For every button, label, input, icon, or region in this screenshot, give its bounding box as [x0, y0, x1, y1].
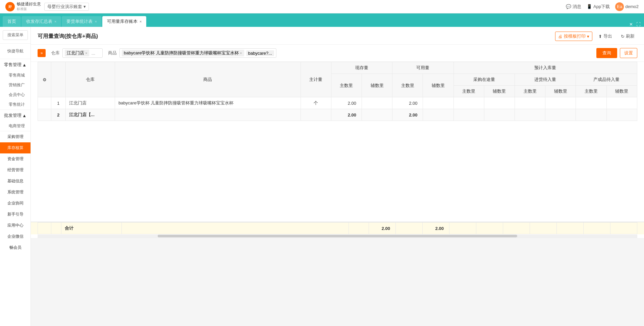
table-container: ⚙ 仓库 商品 主计量 现存量 可用量 预计入库量 主数里 辅数里 [31, 62, 644, 121]
query-button[interactable]: 查询 [596, 48, 617, 58]
tab-yaohuo-close[interactable]: × [95, 19, 97, 24]
sidebar-item-quicknav[interactable]: 快捷导航 [0, 46, 31, 56]
footer-unit [349, 223, 369, 234]
sidebar-item-purchase[interactable]: 采购管理 [0, 131, 31, 142]
message-item[interactable]: 💬 消息 [566, 4, 581, 10]
warehouse-dots[interactable]: ... [91, 50, 95, 56]
content-area: 可用量查询(按仓库+商品) 🖨 按模板打印 ▾ ⬆ 导出 ↻ 刷新 [31, 27, 644, 326]
filter-expand-button[interactable]: » [38, 49, 46, 57]
row1-purchase-main [453, 97, 484, 109]
sidebar-item-enterprise[interactable]: 企业协同 [0, 198, 31, 209]
col-index [51, 62, 66, 97]
avatar-initials: Ea [617, 4, 622, 9]
nav-right-controls: ✕ ⛶ [629, 22, 644, 27]
row1-index: 1 [51, 97, 66, 109]
product-tag-area[interactable]: babycare学饮杯 儿童防摔防撞吸管杯重力球吸嘴杯宝宝水杯 × babyca… [119, 48, 276, 58]
sidebar-item-marketing[interactable]: 营销推广 [0, 80, 31, 90]
footer-purchase-main [476, 223, 503, 234]
sidebar-item-finance[interactable]: 资金管理 [0, 153, 31, 165]
message-icon: 💬 [566, 4, 571, 9]
tab-shoufacun[interactable]: 收发存汇总表 × [21, 16, 61, 27]
tab-keyongliang-close[interactable]: × [140, 19, 142, 24]
sidebar-item-ecommerce[interactable]: 电商管理 [0, 121, 31, 131]
row1-avail-aux [423, 97, 453, 109]
sidebar-quick-nav: 快捷导航 [0, 44, 31, 59]
row1-stock-aux [362, 97, 392, 109]
avatar: Ea [615, 2, 624, 11]
page-actions: 🖨 按模板打印 ▾ ⬆ 导出 ↻ 刷新 [555, 32, 637, 41]
row1-settings [38, 97, 51, 109]
product-tag-1-close[interactable]: × [240, 51, 242, 55]
nav-tabs: 首页 收发存汇总表 × 要货单统计表 × 可用量库存账本 × ✕ ⛶ [0, 13, 644, 27]
row1-production-aux [606, 97, 637, 109]
row2-incoming-main [515, 109, 545, 121]
col-settings[interactable]: ⚙ [38, 62, 51, 97]
sidebar-item-basic-info[interactable]: 基础信息 [0, 176, 31, 187]
row2-production-main [576, 109, 606, 121]
sidebar-item-retail-mall[interactable]: 零售商城 [0, 71, 31, 80]
footer-stock-main: 2.00 [369, 223, 396, 234]
export-button[interactable]: ⬆ 导出 [596, 32, 615, 41]
tab-home-label: 首页 [7, 18, 16, 25]
sidebar-item-operations[interactable]: 经营管理 [0, 165, 31, 176]
footer-table: 合计 2.00 2.00 [38, 222, 637, 234]
row2-unit [301, 109, 331, 121]
sidebar-item-member[interactable]: 会员中心 [0, 90, 31, 100]
scrollbar-thumb[interactable] [158, 235, 518, 237]
sidebar-item-member2[interactable]: 畅会员 [0, 242, 31, 253]
sidebar-item-wechat[interactable]: 企业微信 [0, 231, 31, 242]
sidebar-item-inventory[interactable]: 库存核算 [0, 142, 31, 153]
tab-home[interactable]: 首页 [3, 16, 21, 27]
sidebar-section-wholesale-header[interactable]: 批发管理 ▲ [0, 110, 31, 121]
footer-production-main [584, 223, 610, 234]
footer-avail-main: 2.00 [423, 223, 449, 234]
row1-stock-main: 2.00 [331, 97, 362, 109]
warehouse-tag-close[interactable]: × [85, 51, 87, 55]
col-current-stock: 现存量 [331, 62, 392, 74]
sidebar-section-retail-header[interactable]: 零售管理 ▲ [0, 59, 31, 71]
refresh-button[interactable]: ↻ 刷新 [618, 32, 637, 41]
message-label: 消息 [573, 4, 581, 10]
footer-stock-aux [396, 223, 423, 234]
footer-production-aux [610, 223, 637, 234]
sidebar-item-appcenter[interactable]: 应用中心 [0, 220, 31, 231]
row1-avail-main: 2.00 [392, 97, 423, 109]
print-button[interactable]: 🖨 按模板打印 ▾ [555, 32, 592, 41]
col-purchase-aux: 辅数里 [484, 86, 515, 97]
table-row: 1 江北门店 babycare学饮杯 儿童防摔防撞吸管杯重力球吸嘴杯宝宝水杯 个… [38, 97, 637, 109]
data-table: ⚙ 仓库 商品 主计量 现存量 可用量 预计入库量 主数里 辅数里 [38, 62, 637, 121]
user-item[interactable]: Ea demo2 [615, 2, 639, 11]
maximize-icon[interactable]: ⛶ [636, 22, 641, 27]
sidebar-item-system[interactable]: 系统管理 [0, 187, 31, 198]
row2-avail-aux [423, 109, 453, 121]
logo-icon: 好 [5, 2, 15, 11]
search-menu-button[interactable]: 搜索菜单 [3, 30, 28, 40]
close-window-icon[interactable]: ✕ [629, 22, 633, 27]
sidebar-item-retail-stats[interactable]: 零售统计 [0, 100, 31, 109]
settings-button[interactable]: 设置 [620, 48, 637, 58]
sidebar-item-newguide[interactable]: 新手引导 [0, 209, 31, 220]
tab-shoufacun-close[interactable]: × [54, 19, 56, 24]
warehouse-filter-label: 仓库 [51, 50, 60, 56]
row2-index: 2 [51, 109, 66, 121]
col-purchase-main: 主数里 [453, 86, 484, 97]
product-tag-1-text: babycare学饮杯 儿童防摔防撞吸管杯重力球吸嘴杯宝宝水杯 [124, 50, 239, 56]
tab-yaohuo[interactable]: 要货单统计表 × [62, 16, 101, 27]
footer-avail-aux [449, 223, 476, 234]
app-icon: 📱 [587, 4, 592, 9]
app-download-item[interactable]: 📱 App下载 [587, 4, 610, 10]
export-icon: ⬆ [598, 34, 602, 39]
sidebar-section-wholesale-label: 批发管理 [4, 112, 21, 119]
col-planned-in: 预计入库量 [453, 62, 637, 74]
tab-keyongliang[interactable]: 可用量库存账本 × [102, 16, 146, 27]
top-bar-left: 好 畅捷通好生意 标准版 母婴行业演示账套 ▾ [5, 2, 89, 12]
row2-purchase-main [453, 109, 484, 121]
refresh-label: 刷新 [626, 33, 635, 39]
row2-purchase-aux [484, 109, 515, 121]
horizontal-scrollbar[interactable] [38, 235, 637, 238]
warehouse-tag-area[interactable]: 江北门店 × ... [62, 48, 103, 58]
logo-text-block: 畅捷通好生意 标准版 [17, 2, 41, 12]
col-incoming-aux: 辅数里 [545, 86, 576, 97]
industry-selector[interactable]: 母婴行业演示账套 ▾ [44, 3, 89, 11]
product-tag-1: babycare学饮杯 儿童防摔防撞吸管杯重力球吸嘴杯宝宝水杯 × [122, 50, 244, 56]
